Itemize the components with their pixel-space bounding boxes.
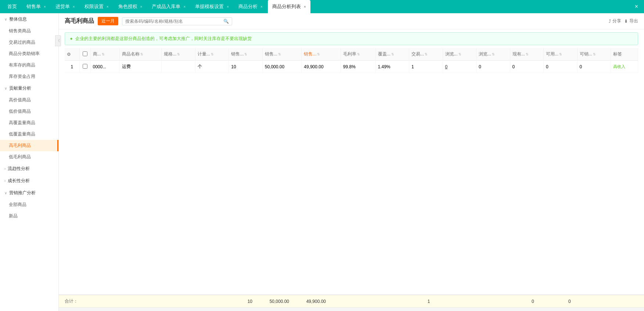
share-icon: ⤴ — [609, 19, 611, 24]
row-browse1[interactable]: 0 — [443, 61, 476, 73]
sort-icon: ⇅ — [559, 53, 562, 56]
info-banner: ✦ 企业的主要的利润都是这部分商品创造的，可考虑加大推广，同时关注库存是不要出现… — [65, 32, 638, 45]
row-checkbox[interactable] — [79, 61, 90, 73]
expand-arrow-icon: ∨ — [4, 191, 7, 195]
close-icon[interactable]: × — [260, 5, 263, 9]
select-all-checkbox[interactable] — [83, 51, 87, 56]
close-icon[interactable]: × — [44, 5, 46, 9]
col-checkbox[interactable] — [79, 48, 90, 61]
sidebar-item-category-assist[interactable]: 商品分类助销率 — [0, 48, 58, 59]
close-icon[interactable]: × — [140, 5, 143, 9]
sidebar-item-low-coverage[interactable]: 低覆盖量商品 — [0, 129, 58, 140]
sort-icon: ⇅ — [391, 53, 394, 56]
share-button[interactable]: ⤴ 分享 — [609, 18, 621, 24]
row-tag: 高收入 — [611, 61, 638, 73]
col-sale-amt[interactable]: 销售... ⇅ — [262, 48, 302, 61]
table-footer: 合计： 10 50,000.00 49,900.00 1 0 0 — [59, 294, 644, 307]
row-gross-margin: 99.8% — [341, 61, 375, 73]
col-code[interactable]: 商... ⇅ — [90, 48, 120, 61]
horizontal-scrollbar[interactable] — [59, 307, 644, 311]
footer-sale-qty: 10 — [223, 299, 252, 304]
table-container: ⚙ 商... ⇅ 商品名称 — [59, 48, 644, 294]
close-icon[interactable]: × — [73, 5, 75, 9]
sidebar-item-all-goods[interactable]: 全部商品 — [0, 199, 58, 210]
sort-icon: ⇅ — [211, 53, 214, 56]
col-browse1[interactable]: 浏览... ⇅ — [443, 48, 476, 61]
sort-icon: ⇅ — [492, 53, 495, 56]
sidebar-group-growth[interactable]: › 成长性分析 — [0, 175, 58, 187]
export-button[interactable]: ⬇ 导出 — [624, 18, 638, 24]
sort-icon: ⇅ — [458, 53, 461, 56]
sidebar-item-high-value[interactable]: 高价值商品 — [0, 94, 58, 106]
sidebar-group-overall[interactable]: ∨ 整体信息 — [0, 13, 58, 25]
sidebar-item-traded-goods[interactable]: 交易过的商品 — [0, 37, 58, 48]
nav-sales[interactable]: 销售单 × — [22, 0, 50, 13]
sort-icon: ⇅ — [593, 53, 596, 56]
row-sale-profit: 49,900.00 — [302, 61, 341, 73]
expand-arrow-icon: ∨ — [4, 17, 7, 21]
close-icon[interactable]: × — [107, 5, 109, 9]
sidebar-item-new-goods[interactable]: 新品 — [0, 210, 58, 222]
nav-inbound[interactable]: 产成品入库单 × — [147, 0, 190, 13]
window-close-button[interactable]: × — [632, 3, 641, 10]
close-icon[interactable]: × — [227, 5, 229, 9]
sort-icon: ⇅ — [177, 53, 180, 56]
page-title: 高毛利商品 — [65, 17, 94, 25]
search-input[interactable] — [125, 19, 223, 24]
col-setting[interactable]: ⚙ — [65, 48, 79, 61]
col-coverage[interactable]: 覆盖... ⇅ — [375, 48, 409, 61]
nav-analysis-list[interactable]: 商品分析列表 × — [268, 0, 310, 13]
sidebar-group-contribution[interactable]: ∨ 贡献量分析 — [0, 82, 58, 94]
row-select-checkbox[interactable] — [83, 64, 87, 69]
table-row: 1 0000... 运费 — [65, 61, 638, 73]
col-unit[interactable]: 计量... ⇅ — [195, 48, 229, 61]
col-tag[interactable]: 标签 — [611, 48, 638, 61]
col-browse2[interactable]: 浏览... ⇅ — [476, 48, 510, 61]
close-icon[interactable]: × — [183, 5, 186, 9]
search-box: 🔍 — [122, 17, 232, 25]
footer-label: 合计： — [65, 298, 78, 304]
search-icon[interactable]: 🔍 — [223, 19, 229, 24]
row-name: 运费 — [120, 61, 162, 73]
col-sale-qty[interactable]: 销售... ⇅ — [229, 48, 263, 61]
sidebar: ∨ 整体信息 销售类商品 交易过的商品 商品分类助销率 有库存的商品 库存资金占… — [0, 13, 59, 311]
time-filter-button[interactable]: 近一月 — [98, 17, 118, 25]
sidebar-group-marketing[interactable]: ∨ 营销推广分析 — [0, 187, 58, 199]
nav-analysis[interactable]: 商品分析 × — [234, 0, 267, 13]
table-header-row: ⚙ 商... ⇅ 商品名称 — [65, 48, 638, 61]
sidebar-item-stocked[interactable]: 有库存的商品 — [0, 59, 58, 71]
sidebar-item-high-margin[interactable]: 高毛利商品 — [0, 140, 58, 151]
close-icon[interactable]: × — [304, 5, 306, 9]
row-available: 0 — [544, 61, 578, 73]
sidebar-item-inventory-capital[interactable]: 库存资金占用 — [0, 71, 58, 82]
sidebar-item-low-value[interactable]: 低价值商品 — [0, 106, 58, 117]
col-name[interactable]: 商品名称 ⇅ — [120, 48, 162, 61]
col-gross-margin[interactable]: 毛利率 ⇅ — [341, 48, 375, 61]
sort-icon: ⇅ — [425, 53, 428, 56]
nav-role[interactable]: 角色授权 × — [114, 0, 147, 13]
sidebar-item-high-coverage[interactable]: 高覆盖量商品 — [0, 117, 58, 129]
nav-home[interactable]: 首页 — [3, 0, 21, 13]
data-table: ⚙ 商... ⇅ 商品名称 — [65, 48, 638, 73]
sort-icon: ⇅ — [244, 53, 247, 56]
sort-icon: ⇅ — [317, 53, 320, 56]
sidebar-group-trend[interactable]: › 流趋性分析 — [0, 163, 58, 175]
nav-purchase[interactable]: 进货单 × — [51, 0, 79, 13]
col-spec[interactable]: 规格... ⇅ — [162, 48, 195, 61]
nav-permission[interactable]: 权限设置 × — [80, 0, 113, 13]
col-saleable[interactable]: 可销... ⇅ — [577, 48, 611, 61]
nav-template[interactable]: 单据模板设置 × — [191, 0, 233, 13]
expand-arrow-icon: ∨ — [4, 86, 7, 90]
footer-sale-amt: 50,000.00 — [260, 299, 289, 304]
col-available[interactable]: 可用... ⇅ — [544, 48, 578, 61]
row-sale-amt: 50,000.00 — [262, 61, 302, 73]
sort-icon: ⇅ — [278, 53, 281, 56]
sidebar-item-sales-goods[interactable]: 销售类商品 — [0, 25, 58, 37]
col-sale-profit[interactable]: 销售... ⇅ — [302, 48, 341, 61]
col-current[interactable]: 现有... ⇅ — [510, 48, 544, 61]
col-transaction[interactable]: 交易... ⇅ — [409, 48, 443, 61]
row-code: 0000... — [90, 61, 120, 73]
sidebar-item-low-margin[interactable]: 低毛利商品 — [0, 151, 58, 163]
row-spec — [162, 61, 195, 73]
sidebar-collapse-button[interactable]: 《 — [55, 35, 61, 46]
